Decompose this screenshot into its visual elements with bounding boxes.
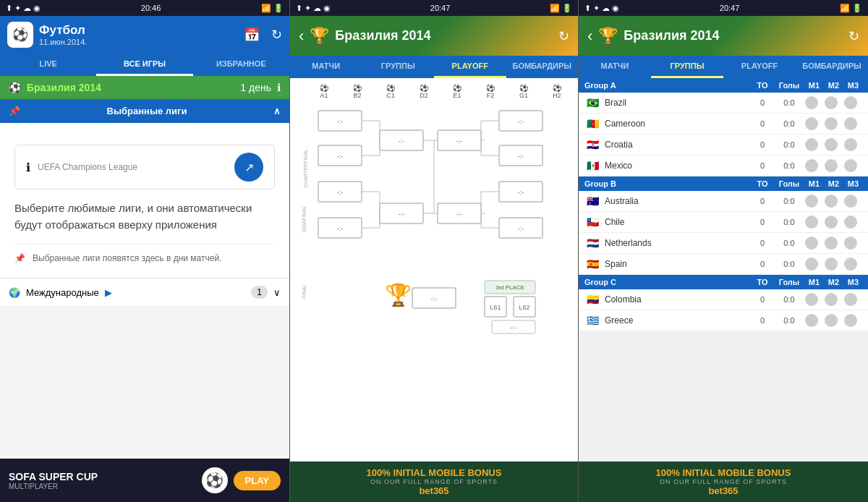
brazil-m2[interactable]	[825, 96, 838, 109]
australia-to: 0	[752, 197, 773, 205]
netherlands-m1[interactable]	[805, 237, 818, 250]
tab-matches-3[interactable]: МАТЧИ	[579, 56, 651, 78]
collapse-icon[interactable]: ∧	[273, 106, 281, 116]
mexico-m3[interactable]	[844, 159, 857, 172]
tab-groups-2[interactable]: ГРУППЫ	[362, 56, 435, 78]
spain-m2[interactable]	[825, 258, 838, 271]
team-row-cameroon[interactable]: 🇨🇲 Cameroon 0 0:0	[579, 114, 868, 135]
svg-text:-:-: -:-	[518, 189, 524, 196]
colombia-m3[interactable]	[844, 293, 857, 306]
group-c-header: Group C TO Голы М1 М2 М3	[579, 275, 868, 289]
bet365-main-text-2: 100% INITIAL MOBILE BONUS	[296, 467, 572, 478]
croatia-m2[interactable]	[825, 138, 838, 151]
tab-all-games[interactable]: ВСЕ ИГРЫ	[96, 54, 192, 76]
cameroon-m2[interactable]	[825, 117, 838, 130]
tab-matches-2[interactable]: МАТЧИ	[290, 56, 362, 78]
team-row-mexico[interactable]: 🇲🇽 Mexico 0 0:0	[579, 156, 868, 176]
svg-text:3rd PLACE: 3rd PLACE	[495, 284, 524, 291]
colombia-m2[interactable]	[825, 293, 838, 306]
group-a-col-m1: М1	[805, 81, 823, 90]
svg-text:QUARTERFINAL: QUARTERFINAL	[303, 149, 309, 188]
calendar-icon[interactable]: 📅	[244, 27, 260, 43]
colombia-m1[interactable]	[805, 293, 818, 306]
brazil-m1[interactable]	[805, 96, 818, 109]
back-icon-3[interactable]: ‹	[587, 27, 592, 46]
tab-playoff-3[interactable]: PLAYOFF	[723, 56, 796, 78]
refresh-icon-2[interactable]: ↻	[558, 28, 569, 44]
team-row-netherlands[interactable]: 🇳🇱 Netherlands 0 0:0	[579, 233, 868, 254]
tab-scorers-3[interactable]: БОМБАРДИРЫ	[796, 56, 868, 78]
app-title: Футбол	[39, 23, 238, 38]
app-title-block: Футбол 11.июн.2014.	[39, 23, 238, 46]
australia-m2[interactable]	[825, 195, 838, 208]
bet365-logo-3: bet365	[584, 485, 862, 496]
tab-playoff-2[interactable]: PLAYOFF	[434, 56, 506, 78]
bet365-banner-2[interactable]: 100% INITIAL MOBILE BONUS ON OUR FULL RA…	[290, 461, 578, 502]
svg-text:-:-: -:-	[337, 189, 344, 196]
league-ball-icon: ⚽	[9, 82, 21, 93]
status-time-2: 20:47	[430, 4, 451, 12]
brazil-title-3: Бразилия 2014	[624, 28, 843, 43]
league-info-icon[interactable]: ℹ	[277, 82, 281, 93]
group-a-col-m3: М3	[844, 81, 862, 90]
tab-scorers-2[interactable]: БОМБАРДИРЫ	[506, 56, 579, 78]
team-greece: 🇬🇷 Greece	[584, 315, 750, 326]
group-b-name: Group B	[584, 179, 750, 188]
mexico-m2[interactable]	[825, 159, 838, 172]
croatia-m1[interactable]	[805, 138, 818, 151]
refresh-icon-3[interactable]: ↻	[848, 28, 859, 44]
status-icons-right-2: 📶 🔋	[550, 4, 572, 13]
bracket-tabs: МАТЧИ ГРУППЫ PLAYOFF БОМБАРДИРЫ	[290, 56, 578, 78]
greece-m1[interactable]	[805, 314, 818, 327]
tab-groups-3[interactable]: ГРУППЫ	[651, 56, 723, 78]
flag-greece: 🇬🇷	[584, 315, 600, 326]
pin-note-icon: 📌	[14, 253, 25, 263]
international-row[interactable]: 🌍 Международные ▶ 1 ∨	[0, 278, 289, 306]
netherlands-m3[interactable]	[844, 237, 857, 250]
croatia-m3[interactable]	[844, 138, 857, 151]
team-row-croatia[interactable]: 🇭🇷 Croatia 0 0:0	[579, 135, 868, 156]
flag-brazil: 🇧🇷	[584, 98, 600, 109]
play-icon[interactable]: ▶	[105, 287, 112, 298]
tab-favorites[interactable]: ИЗБРАННОЕ	[193, 54, 289, 76]
australia-m3[interactable]	[844, 195, 857, 208]
back-icon-2[interactable]: ‹	[299, 27, 304, 46]
favorites-bar[interactable]: 📌 Выбранные лиги ∧	[0, 99, 289, 123]
group-a-col-goals: Голы	[775, 81, 804, 90]
expand-icon[interactable]: ∨	[273, 287, 281, 298]
mexico-m1[interactable]	[805, 159, 818, 172]
spain-m3[interactable]	[844, 258, 857, 271]
chile-m3[interactable]	[844, 216, 857, 229]
team-row-spain[interactable]: 🇪🇸 Spain 0 0:0	[579, 254, 868, 275]
play-button[interactable]: PLAY	[234, 471, 281, 490]
netherlands-to: 0	[752, 239, 773, 247]
soccer-ball-button[interactable]: ⚽	[202, 467, 228, 493]
cameroon-m3[interactable]	[844, 117, 857, 130]
world-icon: 🌍	[9, 287, 20, 298]
flag-spain: 🇪🇸	[584, 259, 600, 270]
greece-m3[interactable]	[844, 314, 857, 327]
team-netherlands: 🇳🇱 Netherlands	[584, 238, 750, 249]
spain-m1[interactable]	[805, 258, 818, 271]
cameroon-m1[interactable]	[805, 117, 818, 130]
team-row-brazil[interactable]: 🇧🇷 Brazil 0 0:0	[579, 93, 868, 114]
flag-colombia: 🇨🇴	[584, 294, 600, 305]
bet365-banner-3[interactable]: 100% INITIAL MOBILE BONUS ON OUR FULL RA…	[579, 461, 868, 502]
svg-text:-:-: -:-	[456, 137, 463, 145]
chile-m1[interactable]	[805, 216, 818, 229]
australia-m1[interactable]	[805, 195, 818, 208]
tab-live[interactable]: LIVE	[0, 54, 96, 76]
league-card[interactable]: ℹ UEFA Champions League ↗	[14, 145, 275, 190]
team-row-chile[interactable]: 🇨🇱 Chile 0 0:0	[579, 212, 868, 233]
svg-text:-:-: -:-	[337, 225, 344, 232]
chile-m2[interactable]	[825, 216, 838, 229]
refresh-icon[interactable]: ↻	[271, 27, 282, 43]
main-tabs: LIVE ВСЕ ИГРЫ ИЗБРАННОЕ	[0, 54, 289, 76]
netherlands-m2[interactable]	[825, 237, 838, 250]
bracket-slots-row: ⚽A1 ⚽B2 ⚽C1 ⚽D2 ⚽E1 ⚽F2 ⚽G1 ⚽H2	[294, 84, 574, 99]
team-row-greece[interactable]: 🇬🇷 Greece 0 0:0	[579, 310, 868, 331]
team-row-colombia[interactable]: 🇨🇴 Colombia 0 0:0	[579, 289, 868, 310]
greece-m2[interactable]	[825, 314, 838, 327]
team-row-australia[interactable]: 🇦🇺 Australia 0 0:0	[579, 191, 868, 212]
brazil-m3[interactable]	[844, 96, 857, 109]
